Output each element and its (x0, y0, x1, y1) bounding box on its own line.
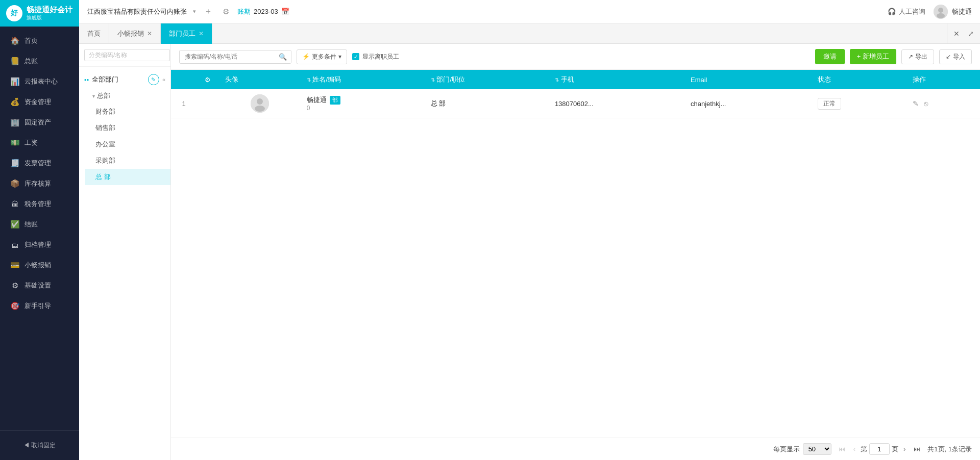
topbar-add-button[interactable]: ＋ (202, 4, 214, 19)
inventory-icon: 📦 (10, 179, 19, 188)
main-area: 江西服宝精品有限责任公司内账张 ▾ ＋ ⚙ 账期 2023-03 📅 🎧 人工咨… (79, 0, 980, 460)
emp-name: 畅捷通 (307, 95, 327, 105)
edit-icon[interactable]: ✎ (913, 99, 919, 108)
show-resigned-checkbox[interactable]: ✓ (352, 53, 359, 60)
sidebar-logo: 好 畅捷通好会计 旗舰版 (0, 0, 79, 27)
sidebar: 好 畅捷通好会计 旗舰版 🏠 首页 📒 总账 📊 云报表中心 💰 资金管理 🏢 … (0, 0, 79, 460)
next-page-button[interactable]: › (900, 443, 909, 455)
first-page-button[interactable]: ⏮ (836, 443, 848, 455)
col-settings[interactable]: ⚙ (197, 70, 219, 89)
tab-dept-emp[interactable]: 部门员工 ✕ (161, 23, 212, 44)
topbar-right: 🎧 人工咨询 畅捷通 (888, 5, 972, 19)
dept-item-purchase[interactable]: 采购部 (85, 152, 170, 169)
support-button[interactable]: 🎧 人工咨询 (888, 7, 925, 16)
logout-icon[interactable]: ⎋ (924, 99, 928, 108)
invite-button[interactable]: 邀请 (815, 49, 845, 64)
dept-item-sales[interactable]: 销售部 (85, 120, 170, 136)
sort-phone-icon: ⇅ (555, 77, 559, 83)
col-dept-pos[interactable]: ⇅ 部门/职位 (425, 70, 549, 89)
sidebar-item-tax[interactable]: 🏛 税务管理 (0, 194, 79, 214)
tab-bar: 首页 小畅报销 ✕ 部门员工 ✕ ✕ ⤢ (79, 23, 980, 44)
sidebar-item-home[interactable]: 🏠 首页 (0, 31, 79, 51)
sidebar-item-close[interactable]: ✅ 结账 (0, 214, 79, 235)
tab-dept-emp-close-icon[interactable]: ✕ (199, 30, 204, 37)
per-page-selector: 每页显示 50 20 100 (773, 443, 831, 455)
emp-search-icon[interactable]: 🔍 (275, 50, 291, 63)
topbar-period: 账期 2023-03 📅 (237, 7, 289, 16)
filter-button[interactable]: ⚡ 更多条件 ▾ (297, 49, 347, 64)
dept-sales-label: 销售部 (95, 124, 115, 132)
dept-general-label: 总 部 (95, 173, 111, 181)
logo-icon: 好 (6, 5, 22, 21)
dept-item-general[interactable]: 总 部 (85, 169, 170, 185)
sidebar-item-invoice[interactable]: 🧾 发票管理 (0, 153, 79, 173)
dept-item-finance[interactable]: 财务部 (85, 104, 170, 120)
cell-action: ✎ ⎋ (906, 89, 980, 118)
page-input[interactable] (869, 443, 890, 455)
page-label: 第 (861, 445, 867, 454)
sidebar-item-archive[interactable]: 🗂 归档管理 (0, 235, 79, 255)
tab-expense[interactable]: 小畅报销 ✕ (109, 23, 161, 44)
page-nav: ⏮ ‹ 第 页 › ⏭ (836, 443, 924, 455)
col-phone[interactable]: ⇅ 手机 (549, 70, 684, 89)
content-area: 🔍 ▪▪ 全部部门 ✎ « ▾ 总部 财务部 (79, 44, 980, 460)
sort-name-icon: ⇅ (307, 77, 311, 83)
sidebar-item-label: 税务管理 (24, 199, 51, 209)
sidebar-item-settings[interactable]: ⚙ 基础设置 (0, 275, 79, 296)
guide-icon: 🎯 (10, 301, 19, 311)
cell-status: 正常 (812, 89, 906, 118)
emp-table-wrap: ⚙ 头像 ⇅ 姓名/编码 ⇅ 部门/职位 (171, 70, 980, 438)
user-menu[interactable]: 畅捷通 (934, 5, 972, 19)
settings-icon: ⚙ (10, 281, 19, 290)
import-button[interactable]: ↙ 导入 (939, 49, 972, 64)
sidebar-item-ledger[interactable]: 📒 总账 (0, 51, 79, 71)
sidebar-item-guide[interactable]: 🎯 新手引导 (0, 296, 79, 316)
col-name-code[interactable]: ⇅ 姓名/编码 (301, 70, 425, 89)
dept-parent-zongbu[interactable]: ▾ 总部 (85, 88, 170, 104)
all-dept-label: 全部部门 (92, 75, 118, 84)
filter-icon: ⚡ (302, 53, 310, 60)
sidebar-item-reports[interactable]: 📊 云报表中心 (0, 71, 79, 92)
sidebar-item-expense[interactable]: 💳 小畅报销 (0, 255, 79, 275)
page-suffix: 页 (892, 445, 898, 454)
topbar-gear-icon[interactable]: ⚙ (220, 5, 231, 18)
tab-close-btn[interactable]: ✕ (951, 28, 962, 40)
sidebar-item-label: 库存核算 (24, 179, 51, 188)
tab-expense-close-icon[interactable]: ✕ (147, 30, 152, 37)
expand-arrow-icon: ▾ (92, 93, 95, 99)
sidebar-item-label: 发票管理 (24, 159, 51, 168)
sidebar-item-assets[interactable]: 🏢 固定资产 (0, 112, 79, 133)
dept-search-box: 🔍 (79, 44, 170, 67)
sidebar-item-label: 云报表中心 (24, 77, 58, 86)
cell-index: 1 (171, 89, 197, 118)
sort-dept-icon: ⇅ (431, 77, 435, 83)
cell-dept-pos: 总 部 (425, 89, 549, 118)
cancel-fixed-label: ◀ 取消固定 (23, 441, 56, 450)
add-employee-button[interactable]: + 新增员工 (850, 49, 896, 64)
per-page-select[interactable]: 50 20 100 (803, 443, 831, 455)
company-dropdown-icon[interactable]: ▾ (193, 8, 196, 15)
show-resigned-checkbox-group[interactable]: ✓ 显示离职员工 (352, 53, 399, 61)
filter-dropdown-icon: ▾ (338, 53, 341, 60)
prev-page-button[interactable]: ‹ (850, 443, 859, 455)
cancel-fixed-button[interactable]: ◀ 取消固定 (0, 437, 79, 454)
username: 畅捷通 (952, 7, 972, 16)
sidebar-item-inventory[interactable]: 📦 库存核算 (0, 173, 79, 194)
sidebar-item-salary[interactable]: 💵 工资 (0, 133, 79, 153)
dept-item-office[interactable]: 办公室 (85, 136, 170, 152)
sidebar-item-funds[interactable]: 💰 资金管理 (0, 92, 79, 112)
logo-text-block: 畅捷通好会计 旗舰版 (27, 5, 72, 21)
tab-expand-btn[interactable]: ⤢ (966, 28, 976, 40)
filter-label: 更多条件 (312, 53, 336, 61)
last-page-button[interactable]: ⏭ (911, 443, 923, 455)
all-dept-header[interactable]: ▪▪ 全部部门 ✎ « (79, 71, 170, 88)
emp-search-input[interactable] (180, 50, 275, 63)
export-button[interactable]: ↗ 导出 (901, 49, 934, 64)
dept-collapse-icon[interactable]: « (162, 76, 165, 83)
emp-toolbar: 🔍 ⚡ 更多条件 ▾ ✓ 显示离职员工 邀请 + 新增员工 ↗ 导出 (171, 44, 980, 70)
calendar-icon[interactable]: 📅 (281, 8, 289, 15)
tab-home[interactable]: 首页 (79, 23, 109, 44)
col-index (171, 70, 197, 89)
dept-edit-icon[interactable]: ✎ (148, 74, 159, 85)
dept-search-input[interactable] (84, 49, 170, 61)
